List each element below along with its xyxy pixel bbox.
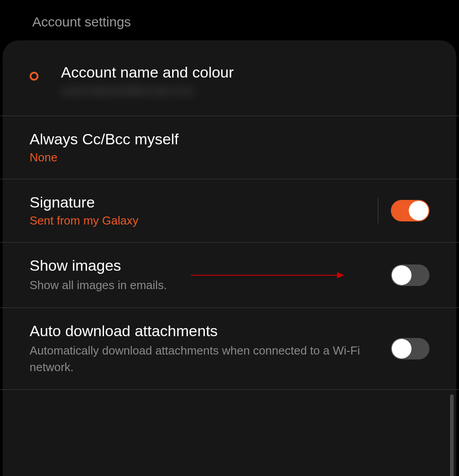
- auto-download-description: Automatically download attachments when …: [30, 342, 391, 375]
- cc-bcc-text: Always Cc/Bcc myself None: [30, 130, 429, 164]
- page-title: Account settings: [32, 14, 459, 30]
- auto-download-row[interactable]: Auto download attachments Automatically …: [0, 308, 459, 390]
- auto-download-toggle[interactable]: [391, 338, 429, 359]
- toggle-knob-icon: [392, 339, 411, 359]
- signature-text: Signature Sent from my Galaxy: [30, 194, 369, 228]
- signature-toggle[interactable]: [391, 200, 429, 221]
- account-name-colour-row[interactable]: Account name and colour userredacted@ema…: [0, 40, 459, 116]
- show-images-toggle[interactable]: [391, 264, 429, 286]
- show-images-row[interactable]: Show images Show all images in emails.: [0, 242, 459, 308]
- show-images-title: Show images: [30, 257, 391, 274]
- settings-panel: Account name and colour userredacted@ema…: [3, 40, 456, 476]
- divider: [378, 198, 378, 223]
- scrollbar[interactable]: [450, 394, 454, 476]
- account-name-title: Account name and colour: [61, 64, 429, 81]
- signature-value: Sent from my Galaxy: [30, 214, 369, 228]
- account-color-indicator-icon: [30, 72, 39, 81]
- signature-toggle-container: [369, 198, 429, 223]
- signature-row[interactable]: Signature Sent from my Galaxy: [0, 179, 459, 242]
- page-header: Account settings: [0, 0, 459, 40]
- toggle-knob-icon: [409, 201, 429, 221]
- signature-title: Signature: [30, 194, 369, 211]
- show-images-description: Show all images in emails.: [30, 277, 391, 293]
- auto-download-title: Auto download attachments: [30, 322, 391, 340]
- auto-download-text: Auto download attachments Automatically …: [30, 322, 391, 375]
- show-images-text: Show images Show all images in emails.: [30, 257, 391, 293]
- cc-bcc-value: None: [30, 151, 429, 164]
- cc-bcc-row[interactable]: Always Cc/Bcc myself None: [0, 116, 459, 179]
- account-name-text: Account name and colour userredacted@ema…: [30, 64, 429, 98]
- account-email-redacted: userredacted@email.com: [61, 84, 429, 98]
- toggle-knob-icon: [392, 265, 411, 285]
- cc-bcc-title: Always Cc/Bcc myself: [30, 130, 429, 148]
